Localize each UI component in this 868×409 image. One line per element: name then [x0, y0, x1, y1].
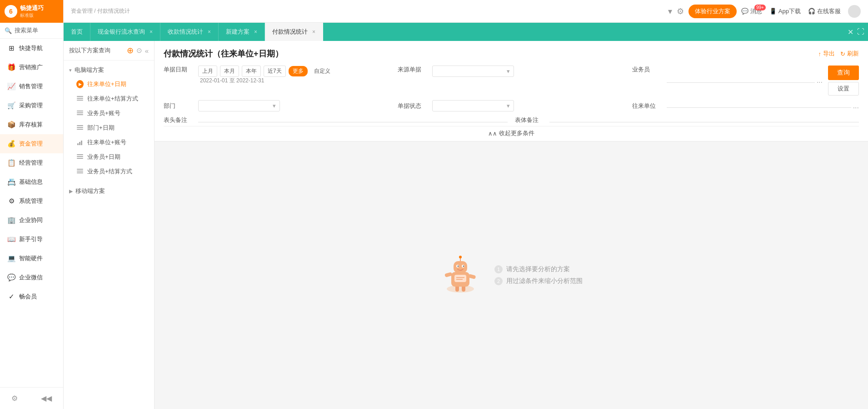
- tab-close-all-btn[interactable]: ✕: [848, 28, 853, 36]
- scheme-collapse-btn[interactable]: «: [145, 47, 149, 55]
- inventory-icon: 📦: [7, 121, 15, 129]
- unit-dots[interactable]: ...: [853, 102, 859, 110]
- sidebar-label: 采购管理: [19, 101, 43, 110]
- sidebar-label: 畅会员: [19, 293, 37, 301]
- hint-text-1: 请先选择要分析的方案: [506, 265, 570, 273]
- sales-icon: 📈: [7, 82, 15, 91]
- staff-input[interactable]: [667, 79, 815, 83]
- export-btn[interactable]: ↑ 导出: [818, 50, 835, 58]
- doc-status-select[interactable]: ▾: [432, 100, 514, 111]
- staff-payment-label: 业务员+结算方式: [87, 167, 132, 176]
- unit-input[interactable]: [667, 104, 851, 108]
- app-download-btn[interactable]: 📱 App下载: [769, 7, 801, 15]
- tab-new-scheme-close[interactable]: ×: [254, 29, 257, 35]
- tab-bank-close[interactable]: ×: [150, 29, 153, 35]
- sidebar-collapse-btn[interactable]: ◀◀: [36, 391, 56, 405]
- date-btn-last-month[interactable]: 上月: [198, 66, 217, 77]
- scheme-settings-btn[interactable]: ⊙: [136, 46, 142, 55]
- sidebar-label: 基础信息: [19, 178, 43, 186]
- sidebar-item-sales[interactable]: 📈 销售管理: [0, 77, 63, 96]
- content-area: 按以下方案查询 ⊕ ⊙ « ▾ 电脑端方案 ▶ 往来单位+日期: [64, 41, 868, 409]
- collapse-more-btn[interactable]: ∧∧ 收起更多条件: [164, 126, 859, 141]
- scheme-desktop-toggle[interactable]: ▾ 电脑端方案: [64, 63, 154, 77]
- topbar: 资金管理 / 付款情况统计 ▾ ⚙ 体验行业方案 💬 消息 99+ 📱 App下…: [64, 0, 868, 23]
- hint-text-2: 用过滤条件来缩小分析范围: [506, 277, 583, 285]
- breadcrumb-dropdown-icon[interactable]: ▾: [668, 6, 672, 16]
- breadcrumb: 资金管理 / 付款情况统计: [71, 7, 663, 15]
- collapse-icon: ∧∧: [488, 130, 497, 137]
- scheme-item-unit-account[interactable]: 往来单位+账号: [64, 135, 154, 150]
- sidebar-item-finance[interactable]: 💰 资金管理: [0, 134, 63, 153]
- purchase-icon: 🛒: [7, 101, 15, 110]
- refresh-label: 刷新: [847, 50, 859, 58]
- scheme-item-staff-date[interactable]: 业务员+日期: [64, 150, 154, 164]
- scheme-header-left: 按以下方案查询: [69, 46, 110, 55]
- sidebar-item-system[interactable]: ⚙ 系统管理: [0, 192, 63, 211]
- sidebar-settings-btn[interactable]: ⚙: [7, 391, 22, 405]
- search-icon: 🔍: [5, 27, 12, 34]
- scheme-header-icons: ⊕ ⊙ «: [127, 45, 149, 56]
- staff-dots[interactable]: ...: [817, 76, 823, 85]
- filter-title-row: 付款情况统计（往来单位+日期） ↑ 导出 ↻ 刷新: [164, 48, 859, 59]
- sidebar-item-enterprise[interactable]: 🏢 企业协同: [0, 211, 63, 230]
- tab-bank[interactable]: 现金银行流水查询 ×: [90, 23, 160, 41]
- unit-date-label: 往来单位+日期: [87, 80, 126, 88]
- tab-payment-close[interactable]: ×: [312, 29, 315, 35]
- tab-receipt-close[interactable]: ×: [208, 29, 211, 35]
- source-select[interactable]: ▾: [432, 66, 514, 77]
- sidebar-label: 快捷导航: [19, 44, 43, 52]
- body-note-input[interactable]: [549, 118, 859, 122]
- sidebar-item-basic[interactable]: 📇 基础信息: [0, 172, 63, 192]
- dept-select[interactable]: ▾: [198, 100, 280, 111]
- sidebar-item-hardware[interactable]: 💻 智能硬件: [0, 249, 63, 268]
- date-btn-this-month[interactable]: 本月: [220, 66, 239, 77]
- scheme-add-btn[interactable]: ⊕: [127, 45, 134, 56]
- tab-home[interactable]: 首页: [64, 23, 90, 41]
- scheme-item-unit-date[interactable]: ▶ 往来单位+日期: [64, 77, 154, 91]
- date-btn-7days[interactable]: 近7天: [264, 66, 286, 77]
- tab-payment-label: 付款情况统计: [272, 28, 308, 36]
- date-btn-this-year[interactable]: 本年: [242, 66, 261, 77]
- sidebar-logo: 6 畅捷通巧 标准版: [0, 0, 63, 23]
- tab-fullscreen-btn[interactable]: ⛶: [857, 28, 864, 36]
- user-avatar[interactable]: [848, 5, 861, 18]
- tabbar: 首页 现金银行流水查询 × 收款情况统计 × 新建方案 × 付款情况统计 × ✕…: [64, 23, 868, 41]
- svg-rect-14: [77, 158, 83, 159]
- svg-point-26: [463, 266, 464, 267]
- scheme-item-staff-account[interactable]: 业务员+账号: [64, 106, 154, 121]
- scheme-item-dept-date[interactable]: 部门+日期: [64, 121, 154, 135]
- scheme-mobile-toggle[interactable]: ▶ 移动端方案: [64, 184, 154, 198]
- unit-account-icon: [76, 139, 84, 146]
- marketing-icon: 🎁: [7, 63, 15, 71]
- sidebar-item-guide[interactable]: 📖 新手引导: [0, 230, 63, 249]
- header-note-input[interactable]: [198, 118, 508, 122]
- sidebar-item-wechat[interactable]: 💬 企业微信: [0, 268, 63, 287]
- online-service-label: 在线客服: [817, 7, 841, 15]
- message-icon: 💬: [741, 8, 748, 15]
- sidebar-search[interactable]: 🔍 搜索菜单: [0, 23, 63, 39]
- export-icon: ↑: [818, 50, 822, 57]
- trial-btn[interactable]: 体验行业方案: [688, 5, 737, 18]
- sidebar-item-inventory[interactable]: 📦 库存核算: [0, 115, 63, 134]
- sidebar-item-quick-nav[interactable]: ⊞ 快捷导航: [0, 39, 63, 58]
- setting-btn[interactable]: 设置: [828, 82, 859, 96]
- message-btn[interactable]: 💬 消息 99+: [741, 7, 762, 15]
- scheme-item-staff-payment[interactable]: 业务员+结算方式: [64, 164, 154, 179]
- settings-icon[interactable]: ⚙: [677, 6, 684, 16]
- right-panel: 付款情况统计（往来单位+日期） ↑ 导出 ↻ 刷新 单据日期: [155, 41, 868, 409]
- sidebar-item-marketing[interactable]: 🎁 营销推广: [0, 58, 63, 77]
- tab-new-scheme[interactable]: 新建方案 ×: [219, 23, 265, 41]
- page-title: 付款情况统计（往来单位+日期）: [164, 48, 283, 59]
- sidebar-item-member[interactable]: ✓ 畅会员: [0, 287, 63, 306]
- date-btn-more[interactable]: 更多: [289, 66, 308, 76]
- sidebar-item-purchase[interactable]: 🛒 采购管理: [0, 96, 63, 115]
- query-btn[interactable]: 查询: [828, 66, 859, 80]
- tab-receipt[interactable]: 收款情况统计 ×: [160, 23, 219, 41]
- online-service-btn[interactable]: 🎧 在线客服: [808, 7, 841, 15]
- scheme-item-unit-payment[interactable]: 往来单位+结算方式: [64, 91, 154, 106]
- refresh-btn[interactable]: ↻ 刷新: [840, 50, 859, 58]
- svg-rect-6: [77, 125, 83, 126]
- sidebar-item-operations[interactable]: 📋 经营管理: [0, 153, 63, 172]
- tab-payment[interactable]: 付款情况统计 ×: [265, 23, 323, 41]
- date-btn-custom[interactable]: 自定义: [310, 66, 334, 76]
